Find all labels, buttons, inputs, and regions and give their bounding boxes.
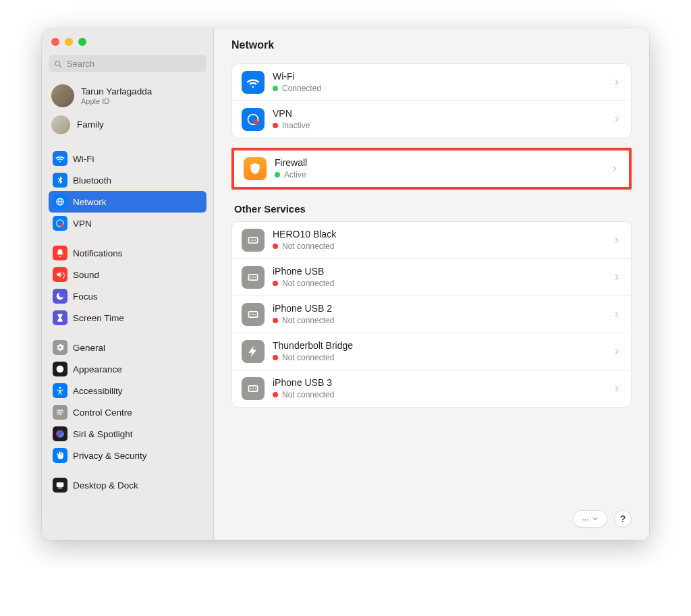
sidebar-item-label: Notifications	[73, 248, 123, 258]
family-avatar	[51, 115, 70, 134]
sidebar-item-notifications[interactable]: Notifications	[49, 242, 206, 264]
chevron-down-icon	[592, 515, 599, 522]
shield-icon	[244, 157, 267, 180]
service-row[interactable]: Thunderbolt Bridge Not connected	[232, 333, 631, 370]
search-input[interactable]	[67, 59, 201, 69]
row-status: Not connected	[273, 242, 612, 251]
sidebar-item-siri[interactable]: Siri & Spotlight	[49, 423, 206, 445]
firewall-list: Firewall Active	[234, 150, 629, 187]
row-text: VPN Inactive	[273, 108, 612, 130]
eth-icon	[242, 303, 265, 326]
row-text: iPhone USB 2 Not connected	[273, 303, 612, 325]
search-field[interactable]	[49, 55, 206, 72]
row-title: Wi-Fi	[273, 71, 612, 82]
row-status: Not connected	[273, 353, 612, 362]
sidebar-item-label: Network	[73, 197, 107, 207]
sidebar-item-network[interactable]: Network	[49, 191, 206, 213]
sidebar-item-sound[interactable]: Sound	[49, 264, 206, 285]
chevron-right-icon	[612, 78, 621, 87]
chevron-right-icon	[612, 235, 621, 245]
row-status: Active	[275, 170, 610, 179]
account-name: Tarun Yarlagadda	[81, 86, 152, 97]
account-sub: Apple ID	[81, 97, 152, 105]
moon-icon	[53, 289, 67, 304]
chevron-right-icon	[612, 310, 621, 319]
row-status: Not connected	[273, 390, 612, 399]
service-row[interactable]: iPhone USB 2 Not connected	[232, 296, 631, 333]
row-text: Thunderbolt Bridge Not connected	[273, 340, 612, 362]
family-row[interactable]: Family	[49, 113, 206, 137]
sidebar-item-accessibility[interactable]: Accessibility	[49, 380, 206, 401]
close-icon[interactable]	[51, 38, 59, 46]
connections-list: Wi-Fi Connected VPN Inactive	[231, 63, 632, 138]
service-row[interactable]: HERO10 Black Not connected	[232, 222, 631, 259]
help-button[interactable]: ?	[614, 510, 632, 528]
row-title: Thunderbolt Bridge	[273, 340, 612, 352]
row-status: Connected	[273, 84, 612, 93]
siri-icon	[53, 426, 67, 441]
sidebar-item-wifi[interactable]: Wi-Fi	[49, 148, 206, 169]
sidebar-item-label: Screen Time	[73, 313, 124, 323]
sidebar-item-general[interactable]: General	[49, 337, 206, 358]
avatar	[51, 84, 74, 107]
eth-icon	[242, 229, 265, 252]
sidebar-item-bluetooth[interactable]: Bluetooth	[49, 169, 206, 191]
status-dot-icon	[273, 392, 278, 397]
sidebar-item-label: Bluetooth	[73, 175, 111, 186]
more-menu-button[interactable]: ···	[573, 510, 607, 528]
sidebar-item-controlcentre[interactable]: Control Centre	[49, 401, 206, 423]
maximize-icon[interactable]	[78, 38, 86, 46]
wifi-icon	[242, 71, 265, 94]
sliders-icon	[53, 405, 67, 420]
firewall-row[interactable]: Firewall Active	[234, 150, 629, 187]
sidebar-item-desktop[interactable]: Desktop & Dock	[49, 474, 206, 496]
row-text: Wi-Fi Connected	[273, 71, 612, 93]
sidebar-item-label: Privacy & Security	[73, 451, 147, 461]
appear-icon	[53, 362, 67, 376]
chevron-right-icon	[612, 273, 621, 282]
connection-row[interactable]: VPN Inactive	[232, 101, 631, 138]
eth-icon	[242, 377, 265, 400]
dock-icon	[53, 478, 67, 493]
row-status: Inactive	[273, 121, 612, 130]
row-title: iPhone USB	[273, 266, 612, 277]
row-status: Not connected	[273, 279, 612, 288]
row-text: iPhone USB 3 Not connected	[273, 377, 612, 399]
sidebar-item-privacy[interactable]: Privacy & Security	[49, 445, 206, 466]
other-services-title: Other Services	[234, 203, 632, 215]
globe-icon	[53, 194, 67, 209]
sidebar-item-label: Accessibility	[73, 386, 123, 396]
window-controls	[49, 36, 206, 55]
status-dot-icon	[273, 281, 278, 286]
sidebar-item-screentime[interactable]: Screen Time	[49, 307, 206, 329]
bell-icon	[53, 246, 67, 260]
sidebar-item-label: Control Centre	[73, 408, 132, 418]
sidebar-item-appearance[interactable]: Appearance	[49, 358, 206, 380]
vpn-icon	[53, 216, 67, 231]
minimize-icon[interactable]	[65, 38, 73, 46]
hand-icon	[53, 448, 67, 463]
vpn-icon	[242, 108, 265, 131]
sidebar-item-label: VPN	[73, 219, 92, 229]
content-pane: Network Wi-Fi Connected VPN Inactive	[214, 28, 649, 540]
sidebar-item-vpn[interactable]: VPN	[49, 213, 206, 234]
row-status: Not connected	[273, 316, 612, 325]
row-title: iPhone USB 2	[273, 303, 612, 314]
sidebar-item-label: General	[73, 343, 105, 353]
ellipsis-icon: ···	[582, 514, 589, 524]
bluetooth-icon	[53, 173, 67, 188]
sidebar-item-focus[interactable]: Focus	[49, 285, 206, 307]
account-row[interactable]: Tarun Yarlagadda Apple ID	[49, 82, 206, 110]
content-footer: ··· ?	[231, 502, 632, 528]
status-dot-icon	[273, 318, 278, 323]
service-row[interactable]: iPhone USB Not connected	[232, 259, 631, 296]
connection-row[interactable]: Wi-Fi Connected	[232, 64, 631, 101]
gear-icon	[53, 340, 67, 355]
access-icon	[53, 383, 67, 398]
chevron-right-icon	[612, 384, 621, 393]
bolt-icon	[242, 340, 265, 363]
sidebar-item-label: Siri & Spotlight	[73, 429, 133, 439]
status-dot-icon	[273, 355, 278, 360]
service-row[interactable]: iPhone USB 3 Not connected	[232, 370, 631, 407]
family-label: Family	[77, 119, 104, 130]
